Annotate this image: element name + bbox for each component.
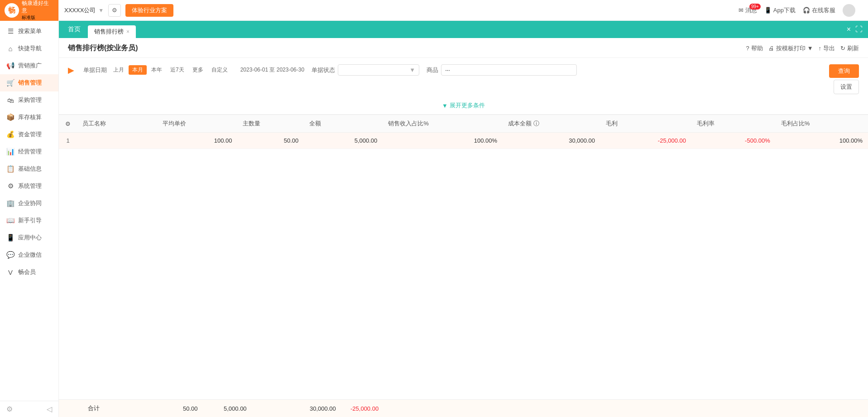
sidebar-icon-12: 📱 [6, 234, 14, 242]
col-profit-pct: 毛利占比% [776, 115, 868, 133]
date-tab-prev-month[interactable]: 上月 [110, 65, 128, 75]
status-label: 单据状态 [312, 66, 335, 74]
maximize-icon[interactable]: ⛶ [855, 25, 863, 34]
sidebar-item-8[interactable]: 📋基础信息 [0, 160, 58, 177]
sidebar-label-8: 基础信息 [18, 165, 42, 173]
gear-button[interactable]: ⚙ [108, 4, 121, 17]
footer-cost: 30,000.00 [304, 405, 345, 412]
sidebar-label-14: 畅会员 [18, 268, 36, 276]
tab-close-icon[interactable]: × [126, 29, 129, 35]
footer-amount: 5,000.00 [218, 405, 259, 412]
cell-profit: -25,000.00 [600, 133, 691, 149]
date-tab-more[interactable]: 更多 [189, 65, 207, 75]
trial-button[interactable]: 体验行业方案 [125, 4, 173, 17]
sidebar-item-10[interactable]: 🏢企业协同 [0, 195, 58, 212]
sidebar-label-0: 搜索菜单 [18, 27, 42, 35]
collapse-icon[interactable]: ◁ [47, 405, 52, 413]
company-name: XXXXX公司 [64, 6, 96, 14]
top-header: XXXXX公司 ▼ ⚙ 体验行业方案 ✉ 消息 99+ 📱 App下载 🎧 在线… [59, 0, 868, 21]
status-select[interactable]: ▼ [338, 64, 419, 76]
filter-expand-row: ▼ 展开更多条件 [59, 97, 868, 115]
sidebar-item-11[interactable]: 📖新手引导 [0, 212, 58, 229]
filter-buttons: 查询 设置 [829, 64, 859, 94]
tab-bar-right: × ⛶ [847, 25, 866, 34]
headset-icon: 🎧 [803, 7, 810, 14]
sidebar-item-14[interactable]: V畅会员 [0, 264, 58, 281]
tab-bar: 首页 销售排行榜 × × ⛶ [59, 21, 868, 38]
query-button[interactable]: 查询 [829, 64, 859, 78]
company-selector[interactable]: XXXXX公司 ▼ [64, 6, 104, 14]
col-qty: 主数量 [237, 115, 304, 133]
online-service-label: 在线客服 [812, 6, 835, 14]
online-service-button[interactable]: 🎧 在线客服 [803, 6, 835, 14]
page-content: 销售排行榜(按业务员) ? 帮助 🖨 按模板打印 ▼ ↑ 导出 [59, 38, 868, 417]
message-button[interactable]: ✉ 消息 99+ [739, 6, 757, 14]
export-button[interactable]: ↑ 导出 [819, 44, 835, 53]
col-cost: 成本全额 ⓘ [503, 115, 600, 133]
print-icon: 🖨 [768, 45, 774, 52]
sidebar-icon-8: 📋 [6, 165, 14, 173]
sidebar-icon-5: 📦 [6, 113, 14, 121]
sidebar-label-3: 销售管理 [18, 79, 42, 87]
sidebar-icon-9: ⚙ [6, 182, 14, 190]
sidebar-label-1: 快捷导航 [18, 44, 42, 53]
sidebar-item-7[interactable]: 📊经营管理 [0, 143, 58, 160]
sidebar-icon-3: 🛒 [6, 79, 14, 87]
app-download-button[interactable]: 📱 App下载 [764, 6, 796, 14]
sidebar-item-5[interactable]: 📦库存核算 [0, 109, 58, 126]
sidebar-icon-6: 💰 [6, 130, 14, 139]
minimize-icon[interactable]: × [847, 25, 851, 34]
sidebar-label-5: 库存核算 [18, 113, 42, 121]
sidebar-item-4[interactable]: 🛍采购管理 [0, 91, 58, 109]
settings-icon[interactable]: ⚙ [6, 405, 13, 413]
settings-button[interactable]: 设置 [834, 80, 859, 94]
goods-filter: 商品 ··· [427, 64, 577, 76]
expand-more-button[interactable]: ▼ 展开更多条件 [442, 100, 485, 111]
sidebar-label-4: 采购管理 [18, 96, 42, 104]
footer-total-label: 合计 [82, 404, 137, 412]
sidebar-item-12[interactable]: 📱应用中心 [0, 229, 58, 246]
date-tab-custom[interactable]: 自定义 [208, 65, 231, 75]
tab-home[interactable]: 首页 [61, 21, 88, 38]
refresh-button[interactable]: ↻ 刷新 [840, 44, 859, 53]
logo-text: 畅康通好生意 [22, 0, 54, 14]
message-badge: 99+ [749, 4, 761, 10]
tab-sales-ranking[interactable]: 销售排行榜 × [88, 25, 136, 38]
col-profit: 毛利 [600, 115, 691, 133]
sidebar-item-2[interactable]: 📢营销推广 [0, 57, 58, 74]
sidebar-icon-2: 📢 [6, 62, 14, 70]
help-button[interactable]: ? 帮助 [746, 44, 762, 53]
avatar[interactable] [843, 4, 855, 17]
filter-expand-arrow[interactable]: ▶ [68, 64, 74, 75]
print-button[interactable]: 🖨 按模板打印 ▼ [768, 44, 813, 53]
sidebar-item-9[interactable]: ⚙系统管理 [0, 177, 58, 195]
date-range-display: 2023-06-01 至 2023-06-30 [239, 66, 304, 74]
date-label: 单据日期 [83, 66, 107, 74]
goods-dots: ··· [445, 67, 450, 73]
sidebar-item-0[interactable]: ☰搜索菜单 [0, 23, 58, 40]
sidebar-label-13: 企业微信 [18, 251, 42, 259]
company-arrow-icon: ▼ [98, 7, 104, 14]
page-actions: ? 帮助 🖨 按模板打印 ▼ ↑ 导出 ↻ 刷新 [746, 44, 859, 53]
expand-more-label: 展开更多条件 [450, 101, 485, 110]
refresh-icon: ↻ [840, 45, 845, 52]
page-title: 销售排行榜(按业务员) [68, 43, 138, 53]
date-tab-this-month[interactable]: 本月 [129, 65, 147, 75]
goods-input[interactable]: ··· [441, 64, 577, 76]
cell-rank: 1 [59, 133, 77, 149]
sidebar-icon-11: 📖 [6, 216, 14, 225]
sidebar-item-3[interactable]: 🛒销售管理 [0, 74, 58, 91]
date-tab-this-year[interactable]: 本年 [148, 65, 166, 75]
sidebar-label-7: 经营管理 [18, 148, 42, 156]
cell-name [77, 133, 157, 149]
table-footer: 合计 50.00 5,000.00 30,000.00 -25,000.00 [59, 399, 868, 417]
logo-icon: 畅 [5, 3, 19, 18]
sidebar-item-1[interactable]: ⌂快捷导航 [0, 40, 58, 57]
sidebar-item-13[interactable]: 💬企业微信 [0, 246, 58, 264]
sidebar-label-9: 系统管理 [18, 182, 42, 190]
sidebar-item-6[interactable]: 💰资金管理 [0, 126, 58, 143]
date-tab-7days[interactable]: 近7天 [167, 65, 188, 75]
sidebar-label-10: 企业协同 [18, 199, 42, 207]
col-settings[interactable]: ⚙ [59, 115, 77, 133]
col-profit-rate: 毛利率 [691, 115, 776, 133]
